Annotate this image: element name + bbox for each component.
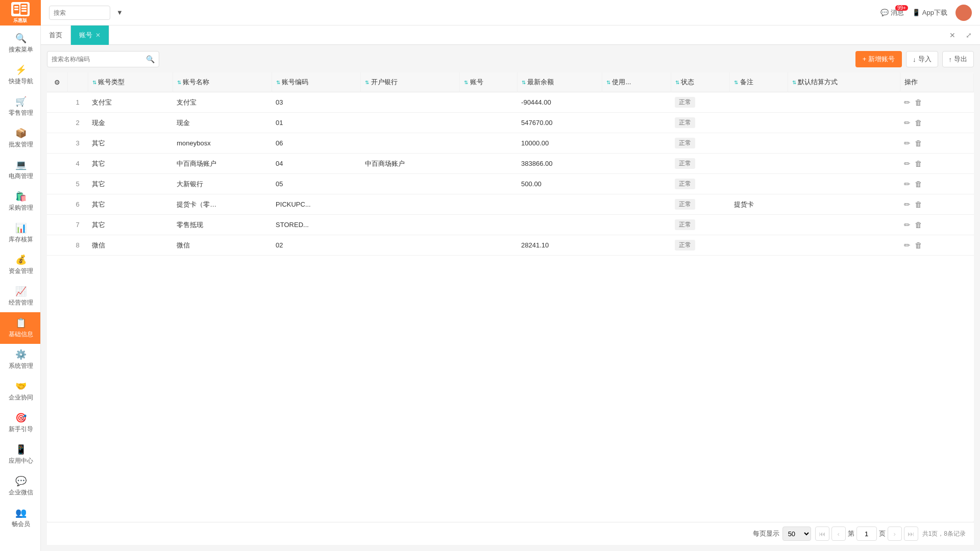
last-page-btn[interactable]: ⏭ xyxy=(904,527,918,541)
per-page-select[interactable]: 50 100 200 xyxy=(782,527,811,541)
sidebar-item-wholesale[interactable]: 📦批发管理 xyxy=(0,122,40,154)
add-account-btn[interactable]: + 新增账号 xyxy=(855,51,902,67)
col-account[interactable]: ⇅ 账号 xyxy=(459,72,517,92)
tab-close-btn[interactable]: ✕ xyxy=(945,28,960,42)
edit-btn[interactable]: ✏ xyxy=(904,220,911,230)
page-input[interactable] xyxy=(856,527,877,541)
sidebar-item-operations[interactable]: 📈经营管理 xyxy=(0,281,40,312)
row-bank: 中百商场账户 xyxy=(361,154,460,174)
sidebar-item-enterprise[interactable]: 🤝企业协同 xyxy=(0,375,40,407)
tab-home[interactable]: 首页 xyxy=(41,26,71,45)
row-remark xyxy=(730,133,788,154)
sidebar-item-search-menu[interactable]: 🔍搜索菜单 xyxy=(0,28,40,59)
sidebar-item-finance[interactable]: 💰资金管理 xyxy=(0,249,40,281)
row-settings[interactable] xyxy=(47,174,67,194)
app-download-btn[interactable]: 📱 App下载 xyxy=(912,8,947,17)
account-table: ⚙ ⇅ 账号类型 ⇅ 账号名称 ⇅ 账号编码 ⇅ 开户银行 ⇅ 账号 ⇅ 最新余… xyxy=(47,72,974,256)
delete-btn[interactable]: 🗑 xyxy=(915,180,922,188)
col-name[interactable]: ⇅ 账号名称 xyxy=(173,72,272,92)
delete-btn[interactable]: 🗑 xyxy=(915,241,922,249)
export-btn[interactable]: ↑ 导出 xyxy=(942,51,974,67)
row-settings[interactable] xyxy=(47,215,67,235)
row-remark xyxy=(730,92,788,113)
row-settings[interactable] xyxy=(47,92,67,113)
row-index: 5 xyxy=(67,174,88,194)
sidebar-item-purchase[interactable]: 🛍️采购管理 xyxy=(0,186,40,217)
sidebar-item-basic-info[interactable]: 📋基础信息 xyxy=(0,312,40,344)
header-left: ▼ xyxy=(49,6,123,20)
col-code[interactable]: ⇅ 账号编码 xyxy=(272,72,361,92)
app-logo: 乐惠版 xyxy=(0,0,41,26)
row-name: 提货卡（零… xyxy=(173,194,272,215)
sidebar-item-quick-nav[interactable]: ⚡快捷导航 xyxy=(0,59,40,91)
col-default-settle[interactable]: ⇅ 默认结算方式 xyxy=(788,72,900,92)
delete-btn[interactable]: 🗑 xyxy=(915,98,922,107)
row-status: 正常 xyxy=(671,235,729,256)
delete-btn[interactable]: 🗑 xyxy=(915,118,922,127)
delete-btn[interactable]: 🗑 xyxy=(915,200,922,209)
col-settings[interactable]: ⚙ xyxy=(47,72,67,92)
row-balance: 547670.00 xyxy=(517,113,602,133)
edit-btn[interactable]: ✏ xyxy=(904,200,911,209)
message-btn[interactable]: 💬 消息 99+ xyxy=(880,8,904,17)
row-usage xyxy=(602,113,671,133)
edit-btn[interactable]: ✏ xyxy=(904,139,911,148)
row-account xyxy=(459,154,517,174)
edit-btn[interactable]: ✏ xyxy=(904,159,911,168)
delete-btn[interactable]: 🗑 xyxy=(915,220,922,229)
row-settings[interactable] xyxy=(47,235,67,256)
next-page-btn[interactable]: › xyxy=(888,527,902,541)
table-row: 5 其它 大新银行 05 500.00 正常 ✏ 🗑 xyxy=(47,174,974,194)
col-remark[interactable]: ⇅ 备注 xyxy=(730,72,788,92)
row-account xyxy=(459,174,517,194)
row-balance: 500.00 xyxy=(517,174,602,194)
header-search-input[interactable] xyxy=(49,6,110,20)
sidebar-item-system[interactable]: ⚙️系统管理 xyxy=(0,344,40,375)
row-remark xyxy=(730,235,788,256)
prev-page-btn[interactable]: ‹ xyxy=(831,527,846,541)
edit-btn[interactable]: ✏ xyxy=(904,98,911,107)
edit-btn[interactable]: ✏ xyxy=(904,241,911,250)
user-avatar[interactable] xyxy=(955,5,972,21)
sidebar-item-app-center[interactable]: 📱应用中心 xyxy=(0,439,40,470)
tab-actions: ✕ ⤢ xyxy=(945,28,980,42)
svg-rect-4 xyxy=(21,5,27,7)
sidebar-item-ecommerce[interactable]: 💻电商管理 xyxy=(0,154,40,186)
sidebar-label-enterprise: 企业协同 xyxy=(9,393,33,402)
tab-account-close[interactable]: ✕ xyxy=(95,32,101,39)
sidebar-item-enterprise-wechat[interactable]: 💬企业微信 xyxy=(0,470,40,502)
first-page-btn[interactable]: ⏮ xyxy=(815,527,829,541)
row-index: 4 xyxy=(67,154,88,174)
row-index: 7 xyxy=(67,215,88,235)
sidebar-item-guide[interactable]: 🎯新手引导 xyxy=(0,407,40,439)
row-code: 03 xyxy=(272,92,361,113)
tab-expand-btn[interactable]: ⤢ xyxy=(962,28,976,42)
export-label: 导出 xyxy=(954,55,967,64)
header-dropdown[interactable]: ▼ xyxy=(116,9,123,16)
row-settings[interactable] xyxy=(47,133,67,154)
row-settings[interactable] xyxy=(47,154,67,174)
tab-account[interactable]: 账号 ✕ xyxy=(71,26,109,45)
delete-btn[interactable]: 🗑 xyxy=(915,159,922,168)
row-balance: -90444.00 xyxy=(517,92,602,113)
col-usage[interactable]: ⇅ 使用... xyxy=(602,72,671,92)
col-type[interactable]: ⇅ 账号类型 xyxy=(88,72,173,92)
sidebar-item-member[interactable]: 👥畅会员 xyxy=(0,502,40,534)
col-status[interactable]: ⇅ 状态 xyxy=(671,72,729,92)
row-settings[interactable] xyxy=(47,113,67,133)
col-bank[interactable]: ⇅ 开户银行 xyxy=(361,72,460,92)
search-input[interactable] xyxy=(52,56,146,63)
sidebar-item-retail[interactable]: 🛒零售管理 xyxy=(0,91,40,122)
edit-btn[interactable]: ✏ xyxy=(904,180,911,189)
col-balance[interactable]: ⇅ 最新余额 xyxy=(517,72,602,92)
row-actions: ✏ 🗑 xyxy=(900,215,973,235)
row-status: 正常 xyxy=(671,154,729,174)
search-box: 🔍 xyxy=(47,51,159,67)
row-settings[interactable] xyxy=(47,194,67,215)
import-btn[interactable]: ↓ 导入 xyxy=(906,51,938,67)
sidebar-item-inventory[interactable]: 📊库存核算 xyxy=(0,217,40,249)
delete-btn[interactable]: 🗑 xyxy=(915,139,922,147)
sidebar-icon-retail: 🛒 xyxy=(15,96,27,107)
edit-btn[interactable]: ✏ xyxy=(904,118,911,128)
row-actions: ✏ 🗑 xyxy=(900,194,973,215)
